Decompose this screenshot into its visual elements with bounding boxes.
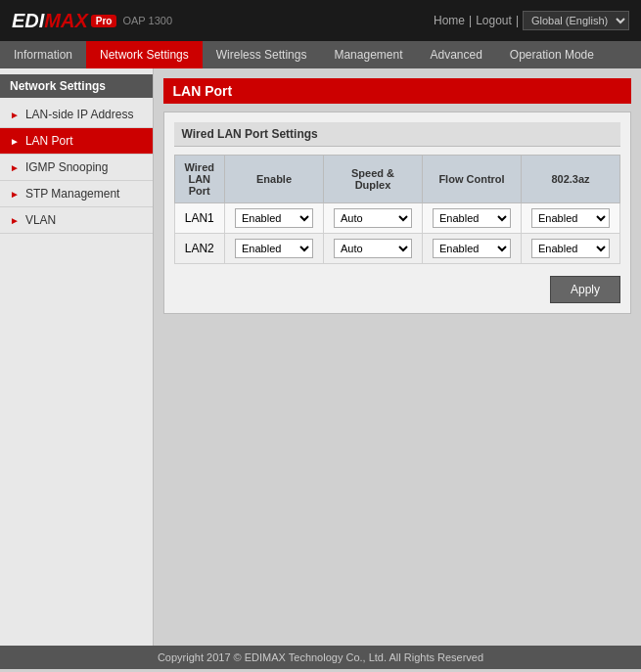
footer: Copyright 2017 © EDIMAX Technology Co., … <box>0 646 641 669</box>
sidebar-item-stp-management[interactable]: ► STP Management <box>0 181 153 207</box>
logout-link[interactable]: Logout <box>476 14 512 27</box>
enable-cell-lan1[interactable]: Enabled Disabled <box>225 203 324 234</box>
enable-cell-lan2[interactable]: Enabled Disabled <box>225 234 324 264</box>
arrow-icon: ► <box>10 215 20 226</box>
language-select[interactable]: Global (English) Chinese Spanish <box>523 11 629 30</box>
page-title: LAN Port <box>163 78 631 104</box>
separator2: | <box>516 14 519 27</box>
separator1: | <box>469 14 472 27</box>
sidebar-label-vlan: VLAN <box>25 213 56 227</box>
header-links: Home | Logout | Global (English) Chinese… <box>434 11 629 30</box>
speed-select-lan2[interactable]: Auto 10Mbps Half 10Mbps Full 100Mbps Hal… <box>334 239 412 258</box>
speed-cell-lan1[interactable]: Auto 10Mbps Half 10Mbps Full 100Mbps Hal… <box>324 203 423 234</box>
sidebar-label-stp-management: STP Management <box>25 187 120 201</box>
sidebar-label-lan-port: LAN Port <box>25 134 73 148</box>
apply-button[interactable]: Apply <box>550 276 620 303</box>
pro-badge: Pro <box>91 15 117 27</box>
home-link[interactable]: Home <box>434 14 465 27</box>
flow-select-lan2[interactable]: Enabled Disabled <box>433 239 511 258</box>
footer-text: Copyright 2017 © EDIMAX Technology Co., … <box>158 651 483 663</box>
nav-management[interactable]: Management <box>320 41 416 68</box>
dot3az-cell-lan1[interactable]: Enabled Disabled <box>522 203 620 234</box>
sidebar-item-igmp-snooping[interactable]: ► IGMP Snooping <box>0 155 153 181</box>
flow-cell-lan1[interactable]: Enabled Disabled <box>423 203 522 234</box>
nav-wireless-settings[interactable]: Wireless Settings <box>203 41 321 68</box>
sidebar-label-igmp-snooping: IGMP Snooping <box>25 160 109 174</box>
port-name-lan1: LAN1 <box>174 203 224 234</box>
nav-advanced[interactable]: Advanced <box>416 41 495 68</box>
sidebar-item-vlan[interactable]: ► VLAN <box>0 207 153 234</box>
col-header-dot3az: 802.3az <box>522 156 620 203</box>
col-header-enable: Enable <box>225 156 324 203</box>
model-name: OAP 1300 <box>122 15 172 26</box>
sidebar-item-lan-side-ip[interactable]: ► LAN-side IP Address <box>0 102 153 128</box>
col-header-flow: Flow Control <box>423 156 522 203</box>
nav-network-settings[interactable]: Network Settings <box>86 41 203 68</box>
sidebar-item-lan-port[interactable]: ► LAN Port <box>0 128 153 155</box>
table-row: LAN1 Enabled Disabled Auto 10Mbps Half <box>174 203 619 234</box>
speed-select-lan1[interactable]: Auto 10Mbps Half 10Mbps Full 100Mbps Hal… <box>334 208 412 228</box>
flow-select-lan1[interactable]: Enabled Disabled <box>433 208 511 228</box>
wired-lan-card: Wired LAN Port Settings Wired LAN Port E… <box>163 112 631 314</box>
nav-operation-mode[interactable]: Operation Mode <box>496 41 608 68</box>
navigation: Information Network Settings Wireless Se… <box>0 41 641 68</box>
dot3az-cell-lan2[interactable]: Enabled Disabled <box>522 234 620 264</box>
enable-select-lan2[interactable]: Enabled Disabled <box>235 239 313 258</box>
speed-cell-lan2[interactable]: Auto 10Mbps Half 10Mbps Full 100Mbps Hal… <box>324 234 423 264</box>
lan-port-table: Wired LAN Port Enable Speed & Duplex Flo… <box>174 155 620 264</box>
sidebar: Network Settings ► LAN-side IP Address ►… <box>0 68 154 646</box>
enable-select-lan1[interactable]: Enabled Disabled <box>235 208 313 228</box>
card-title: Wired LAN Port Settings <box>174 122 620 147</box>
logo: EDIMAXPro OAP 1300 <box>12 10 172 32</box>
arrow-icon: ► <box>10 110 20 120</box>
table-row: LAN2 Enabled Disabled Auto 10Mbps Half <box>174 234 619 264</box>
flow-cell-lan2[interactable]: Enabled Disabled <box>423 234 522 264</box>
arrow-icon: ► <box>10 162 20 173</box>
content-area: LAN Port Wired LAN Port Settings Wired L… <box>154 68 641 646</box>
arrow-icon: ► <box>10 136 20 147</box>
nav-information[interactable]: Information <box>0 41 86 68</box>
dot3az-select-lan2[interactable]: Enabled Disabled <box>531 239 610 258</box>
col-header-speed: Speed & Duplex <box>324 156 423 203</box>
port-name-lan2: LAN2 <box>174 234 224 264</box>
sidebar-label-lan-side-ip: LAN-side IP Address <box>25 108 134 121</box>
col-header-port: Wired LAN Port <box>174 156 224 203</box>
header: EDIMAXPro OAP 1300 Home | Logout | Globa… <box>0 0 641 41</box>
main-layout: Network Settings ► LAN-side IP Address ►… <box>0 68 641 646</box>
dot3az-select-lan1[interactable]: Enabled Disabled <box>531 208 610 228</box>
sidebar-section-title: Network Settings <box>0 74 153 98</box>
arrow-icon: ► <box>10 189 20 200</box>
button-row: Apply <box>174 264 620 303</box>
